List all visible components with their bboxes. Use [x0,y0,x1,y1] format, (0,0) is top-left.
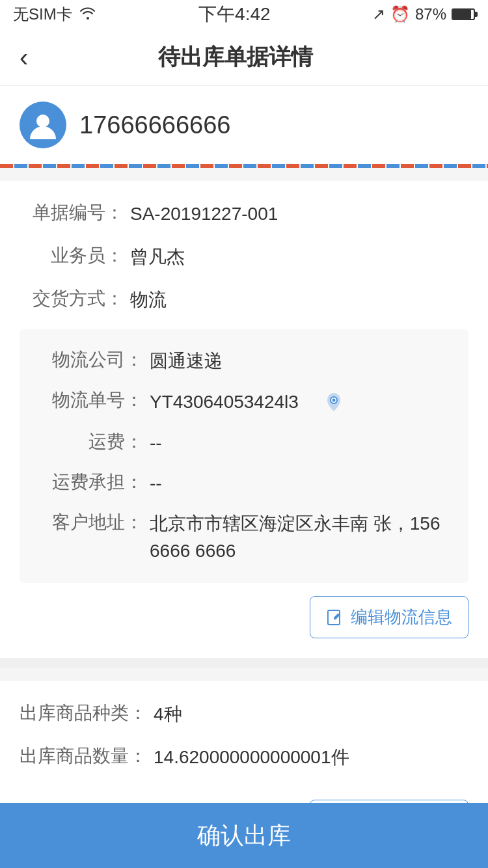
edit-btn-container: 编辑物流信息 [20,583,468,638]
avatar [20,102,66,148]
delivery-value: 物流 [130,286,468,314]
battery-icon [452,8,475,20]
page-title: 待出库单据详情 [41,42,429,72]
svg-point-0 [36,115,49,128]
tracking-number: YT43064053424l3 [150,388,299,416]
logistics-card: 物流公司： 圆通速递 物流单号： YT43064053424l3 运费： -- [20,329,468,583]
address-value: 北京市市辖区海淀区永丰南 张，156 6666 6666 [150,510,449,565]
stock-types-value: 4种 [154,701,468,728]
freight-bearer-label: 运费承担： [39,470,143,495]
edit-icon [326,608,344,627]
stock-quantity-label: 出库商品数量： [20,744,147,768]
order-number-value: SA-20191227-001 [130,200,468,228]
gray-divider [0,658,488,668]
freight-bearer-value: -- [150,470,449,497]
freight-label: 运费： [39,429,143,454]
logistics-company-label: 物流公司： [39,347,143,372]
order-info-section: 单据编号： SA-20191227-001 业务员： 曾凡杰 交货方式： 物流 … [0,181,488,658]
dashed-divider [0,164,488,168]
confirm-btn-label: 确认出库 [197,820,291,852]
tracking-value: YT43064053424l3 [150,388,449,416]
stock-quantity-value: 14.620000000000001件 [154,744,468,771]
status-bar-left: 无SIM卡 [13,4,97,25]
delivery-row: 交货方式： 物流 [20,286,468,314]
customer-header: 17666666666 [0,86,488,164]
status-time: 下午4:42 [198,2,271,27]
svg-point-3 [332,399,335,402]
logistics-company-row: 物流公司： 圆通速递 [39,347,449,375]
tracking-row: 物流单号： YT43064053424l3 [39,388,449,416]
alarm-icon: ⏰ [390,5,410,23]
logistics-company-value: 圆通速递 [150,347,449,375]
freight-value: -- [150,429,449,457]
freight-bearer-row: 运费承担： -- [39,470,449,497]
order-number-label: 单据编号： [20,200,124,225]
location-status-icon: ↗ [372,5,385,23]
salesman-value: 曾凡杰 [130,243,468,271]
back-button[interactable]: ‹ [20,44,28,70]
edit-logistics-label: 编辑物流信息 [351,606,452,629]
nav-bar: ‹ 待出库单据详情 [0,29,488,86]
edit-logistics-button[interactable]: 编辑物流信息 [310,596,468,638]
map-pin-icon[interactable] [319,388,348,416]
customer-phone: 17666666666 [79,111,230,139]
freight-row: 运费： -- [39,429,449,457]
status-bar: 无SIM卡 下午4:42 ↗ ⏰ 87% [0,0,488,29]
status-bar-right: ↗ ⏰ 87% [372,5,475,23]
address-row: 客户地址： 北京市市辖区海淀区永丰南 张，156 6666 6666 [39,510,449,565]
stock-types-row: 出库商品种类： 4种 [20,701,468,728]
salesman-label: 业务员： [20,243,124,268]
stock-types-label: 出库商品种类： [20,701,147,726]
battery-label: 87% [415,5,446,23]
delivery-label: 交货方式： [20,286,124,311]
salesman-row: 业务员： 曾凡杰 [20,243,468,271]
address-label: 客户地址： [39,510,143,535]
order-number-row: 单据编号： SA-20191227-001 [20,200,468,228]
stock-quantity-row: 出库商品数量： 14.620000000000001件 [20,744,468,771]
wifi-icon [79,5,97,23]
user-icon [29,111,57,139]
carrier-label: 无SIM卡 [13,4,72,25]
confirm-outbound-button[interactable]: 确认出库 [0,803,488,868]
tracking-label: 物流单号： [39,388,143,413]
